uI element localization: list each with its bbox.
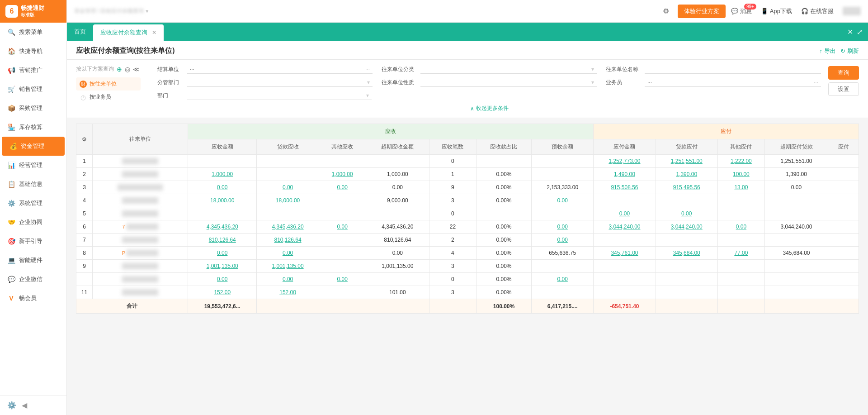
sidebar-item-label: 经营管理 [19, 161, 42, 169]
th-ar-count: 应收笔数 [429, 139, 476, 155]
salesperson-input[interactable] [647, 79, 814, 86]
footer-ar-amount: 19,553,472,6... [188, 299, 257, 314]
department-label: 部门 [157, 92, 184, 100]
dropdown-arrow-icon[interactable]: ▾ [146, 8, 149, 14]
page-title: 应收应付余额查询(按往来单位) [76, 46, 175, 56]
sidebar-item-vip[interactable]: V 畅会员 [0, 289, 66, 308]
sidebar-item-label: 新手引导 [19, 237, 42, 245]
logo-icon: 6 [5, 5, 18, 18]
settings-bottom-icon[interactable]: ⚙️ [7, 401, 16, 410]
sidebar: 6 畅捷通财 标准版 🔍 搜索菜单 🏠 快捷导航 📢 营销推广 🛒 销售管理 📦… [0, 0, 67, 415]
unit-nature-dropdown-icon[interactable]: ▾ [591, 79, 594, 86]
basic-icon: 📋 [7, 180, 15, 188]
home-icon: 🏠 [7, 47, 15, 55]
tab-close-icon[interactable]: ✕ [152, 29, 156, 36]
refresh-button[interactable]: ↻ 刷新 [840, 47, 859, 55]
ap-more-cell [828, 155, 859, 168]
table-area: ⚙ 往来单位 应收 应付 应收金额 贷款应收 其他应收 超期应收金额 应收笔数 … [67, 118, 868, 415]
edit-scheme-icon[interactable]: ◎ [125, 66, 130, 73]
message-button[interactable]: 💬 消息 99+ [731, 7, 752, 15]
add-scheme-icon[interactable]: ⊕ [117, 66, 122, 73]
expand-tab-action[interactable]: ⤢ [857, 28, 863, 36]
sidebar-item-marketing[interactable]: 📢 营销推广 [0, 61, 66, 80]
collapse-sidebar-icon[interactable]: ◀ [22, 401, 27, 410]
setting-button[interactable]: 设置 [828, 82, 859, 96]
online-service-label: 在线客服 [810, 7, 834, 15]
main-content: 资金管理 / 应收应付余额查询 ▾ ⚙ 体验行业方案 💬 消息 99+ 📱 Ap… [67, 0, 868, 415]
sidebar-item-sales[interactable]: 🛒 销售管理 [0, 80, 66, 99]
settlement-unit-label: 结算单位 [157, 66, 184, 73]
filter-scheme-label: 按以下方案查询 [76, 65, 114, 73]
th-unit: 往来单位 [93, 124, 188, 155]
table-row: 3 0.00 0.00 0.00 0.00 9 0.00% 2,153,333.… [76, 181, 859, 194]
logo-sub: 标准版 [21, 12, 44, 18]
table-row: 2 1,000.00 1,000.00 1,000.00 1 0.00% 1,4… [76, 168, 859, 181]
table-scroll[interactable]: ⚙ 往来单位 应收 应付 应收金额 贷款应收 其他应收 超期应收金额 应收笔数 … [76, 118, 859, 314]
tab-home[interactable]: 首页 [67, 23, 93, 41]
scheme-by-staff[interactable]: ◷ 按业务员 [76, 91, 141, 104]
query-button[interactable]: 查询 [828, 66, 859, 80]
export-icon: ↑ [820, 48, 823, 54]
th-ar-ratio: 应收款占比 [476, 139, 531, 155]
unit-nature-input[interactable] [423, 79, 591, 86]
chevron-up-icon: ∧ [470, 105, 474, 112]
sidebar-item-inventory[interactable]: 🏪 库存核算 [0, 118, 66, 137]
unit-name-label: 往来单位名称 [606, 66, 642, 73]
export-button[interactable]: ↑ 导出 [820, 47, 836, 55]
branch-dept-input[interactable] [190, 79, 367, 86]
sidebar-item-hardware[interactable]: 💻 智能硬件 [0, 251, 66, 270]
collapse-filter-button[interactable]: ∧ 收起更多条件 [157, 105, 821, 112]
scheme-staff-label: 按业务员 [90, 93, 111, 101]
sidebar-item-purchase[interactable]: 📦 采购管理 [0, 99, 66, 118]
column-settings-icon[interactable]: ⚙ [82, 136, 87, 143]
user-info[interactable] [843, 8, 861, 14]
scheme-by-unit[interactable]: 财 按往来单位 [76, 77, 141, 91]
seq-cell: 1 [76, 155, 93, 168]
ar-amount-cell [188, 155, 257, 168]
gear-icon[interactable]: ⚙ [660, 5, 672, 18]
sidebar-item-quick-nav[interactable]: 🏠 快捷导航 [0, 42, 66, 61]
settlement-unit-input[interactable] [190, 66, 365, 72]
department-input[interactable] [190, 92, 366, 99]
sidebar-item-label: 企业微信 [19, 275, 42, 283]
sidebar-item-label: 基础信息 [19, 180, 42, 188]
th-other-ap: 其他应付 [717, 139, 764, 155]
unit-category-dropdown-icon[interactable]: ▾ [591, 66, 594, 72]
th-group-ar: 应收 [188, 124, 594, 139]
sidebar-item-guide[interactable]: 🎯 新手引导 [0, 232, 66, 251]
table-footer-row: 合计 19,553,472,6... 100.00% 6,417,215....… [76, 299, 859, 314]
department-dropdown-icon[interactable]: ▾ [366, 92, 369, 99]
collapse-scheme-icon[interactable]: ≪ [133, 66, 140, 73]
app-logo: 6 畅捷通财 标准版 [0, 0, 66, 23]
tab-home-label: 首页 [74, 28, 86, 36]
sidebar-item-search[interactable]: 🔍 搜索菜单 [0, 23, 66, 42]
sidebar-item-label: 销售管理 [19, 85, 42, 93]
table-row: 7 810,126.64 810,126.64 810,126.64 2 0.0… [76, 234, 859, 247]
sidebar-item-label: 快捷导航 [19, 47, 42, 55]
app-download-button[interactable]: 📱 App下载 [761, 7, 792, 15]
service-icon: 🎧 [801, 8, 808, 14]
th-settings[interactable]: ⚙ [76, 124, 93, 155]
sidebar-item-finance[interactable]: 💰 资金管理 [2, 137, 65, 156]
topbar-right: 💬 消息 99+ 📱 App下载 🎧 在线客服 [731, 7, 861, 15]
sidebar-item-basic[interactable]: 📋 基础信息 [0, 175, 66, 194]
sidebar-item-operation[interactable]: 📊 经营管理 [0, 156, 66, 175]
unit-name-input[interactable] [647, 66, 818, 72]
solution-button[interactable]: 体验行业方案 [678, 5, 726, 18]
hardware-icon: 💻 [7, 256, 15, 264]
sidebar-item-wechat[interactable]: 💬 企业微信 [0, 270, 66, 289]
filter-area: 按以下方案查询 ⊕ ◎ ≪ 财 按往来单位 ◷ 按业务员 [67, 60, 868, 118]
sidebar-item-system[interactable]: ⚙️ 系统管理 [0, 194, 66, 213]
unit-category-input[interactable] [423, 66, 591, 72]
branch-dept-dropdown-icon[interactable]: ▾ [367, 79, 370, 86]
online-service-button[interactable]: 🎧 在线客服 [801, 7, 834, 15]
close-tab-action[interactable]: ✕ [847, 28, 853, 36]
tab-balance-label: 应收应付余额查询 [100, 29, 147, 37]
sales-icon: 🛒 [7, 85, 15, 93]
logo-text: 畅捷通财 [21, 5, 44, 12]
salesperson-ellipsis-icon: ··· [814, 79, 818, 86]
overdue-ap-cell: 1,251,551.00 [764, 155, 828, 168]
sidebar-item-enterprise[interactable]: 🤝 企业协同 [0, 213, 66, 232]
tab-balance-query[interactable]: 应收应付余额查询 ✕ [93, 24, 164, 41]
scheme-staff-icon: ◷ [80, 94, 87, 101]
